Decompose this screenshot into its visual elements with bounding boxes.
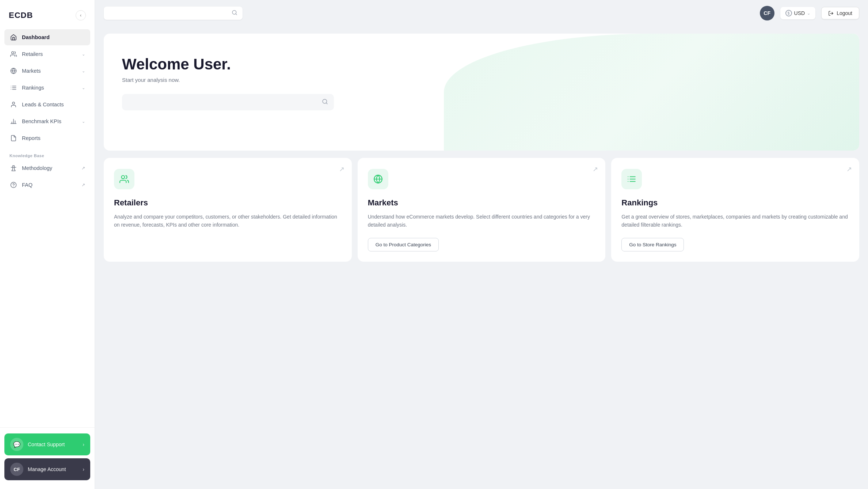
chevron-down-icon: ⌄ (82, 86, 85, 90)
svg-point-9 (12, 102, 15, 104)
globe-icon (9, 67, 18, 75)
sidebar-item-leads-contacts[interactable]: Leads & Contacts (4, 96, 90, 113)
external-link-icon: ↗ (81, 166, 85, 171)
file-icon (9, 134, 18, 142)
home-icon (9, 33, 18, 41)
svg-point-0 (12, 52, 14, 54)
svg-line-21 (326, 103, 327, 104)
sidebar-item-leads-contacts-label: Leads & Contacts (22, 102, 64, 107)
sidebar-item-markets-label: Markets (22, 68, 41, 74)
rankings-card-title: Rankings (621, 198, 849, 208)
hero-search-bar (122, 94, 334, 110)
retailers-card-icon (119, 174, 129, 184)
markets-card: ↗ Markets Understand how eCommerce marke… (358, 158, 606, 262)
logo-text: ECDB (9, 11, 33, 20)
card-icon-wrap (368, 169, 388, 189)
sidebar-item-methodology[interactable]: Methodology ↗ (4, 160, 90, 176)
contact-support-button[interactable]: 💬 Contact Support › (4, 433, 90, 455)
sidebar-item-reports-label: Reports (22, 135, 41, 141)
sidebar-item-dashboard-label: Dashboard (22, 34, 50, 40)
external-link-icon[interactable]: ↗ (339, 165, 344, 173)
bar-chart-icon (9, 117, 18, 125)
manage-account-button[interactable]: CF Manage Account › (4, 458, 90, 480)
hero-subtitle: Start your analysis now. (122, 77, 841, 83)
sidebar-bottom: 💬 Contact Support › CF Manage Account › (0, 427, 95, 489)
chevron-down-icon: ⌄ (82, 52, 85, 57)
users-icon (9, 50, 18, 58)
logout-button[interactable]: Logout (821, 7, 859, 19)
currency-label: USD (794, 10, 805, 16)
sidebar-item-faq-label: FAQ (22, 182, 33, 188)
sidebar: ECDB ‹ Dashboard Retailers ⌄ (0, 0, 95, 489)
sidebar-item-retailers-label: Retailers (22, 51, 43, 57)
markets-card-desc: Understand how eCommerce markets develop… (368, 213, 595, 229)
sidebar-item-dashboard[interactable]: Dashboard (4, 29, 90, 45)
external-link-icon[interactable]: ↗ (846, 165, 852, 173)
hero-search-input[interactable] (122, 94, 334, 110)
sidebar-item-markets[interactable]: Markets ⌄ (4, 63, 90, 79)
sidebar-item-reports[interactable]: Reports (4, 130, 90, 146)
sidebar-nav: Dashboard Retailers ⌄ Markets ⌄ (0, 29, 95, 427)
currency-selector[interactable]: $ USD ⌄ (780, 7, 816, 19)
hero-banner: Welcome User. Start your analysis now. (104, 34, 859, 151)
go-to-product-categories-button[interactable]: Go to Product Categories (368, 238, 439, 251)
chevron-down-icon: ⌄ (807, 11, 810, 16)
markets-card-title: Markets (368, 198, 595, 208)
user-initials-icon: CF (10, 463, 23, 476)
flask-icon (9, 164, 18, 172)
header-search-bar (104, 7, 243, 20)
markets-card-icon (373, 174, 383, 184)
retailers-card: ↗ Retailers Analyze and compare your com… (104, 158, 352, 262)
contact-support-label: Contact Support (28, 441, 65, 447)
avatar[interactable]: CF (760, 6, 774, 20)
external-link-icon: ↗ (81, 182, 85, 187)
header-search-input[interactable] (104, 7, 243, 20)
external-link-icon[interactable]: ↗ (593, 165, 598, 173)
sidebar-item-faq[interactable]: FAQ ↗ (4, 177, 90, 193)
sidebar-item-methodology-label: Methodology (22, 165, 52, 171)
main-area: CF $ USD ⌄ Logout Welcome User. Start yo… (95, 0, 868, 489)
chat-icon: 💬 (10, 438, 23, 451)
logout-label: Logout (837, 10, 852, 16)
dollar-icon: $ (785, 10, 792, 16)
go-to-store-rankings-button[interactable]: Go to Store Rankings (621, 238, 684, 251)
rankings-card: ↗ Rankings Get a great overview of store… (611, 158, 859, 262)
sidebar-item-rankings-label: Rankings (22, 85, 44, 91)
search-icon (322, 98, 328, 106)
rankings-icon (9, 84, 18, 92)
svg-point-22 (121, 175, 125, 179)
retailers-card-title: Retailers (114, 198, 342, 208)
main-content: Welcome User. Start your analysis now. ↗ (95, 26, 868, 489)
card-icon-wrap (114, 169, 134, 189)
svg-line-18 (236, 14, 237, 15)
knowledge-base-label: Knowledge Base (4, 147, 90, 160)
retailers-card-desc: Analyze and compare your competitors, cu… (114, 213, 342, 229)
manage-account-label: Manage Account (28, 466, 66, 472)
chevron-down-icon: ⌄ (82, 119, 85, 124)
arrow-right-icon: › (83, 466, 84, 472)
logo: ECDB (9, 11, 33, 20)
sidebar-item-retailers[interactable]: Retailers ⌄ (4, 46, 90, 62)
header: CF $ USD ⌄ Logout (95, 0, 868, 26)
sidebar-item-benchmark-kpis-label: Benchmark KPIs (22, 118, 61, 124)
search-icon (232, 10, 237, 17)
arrow-right-icon: › (83, 441, 84, 447)
help-icon (9, 181, 18, 189)
contact-icon (9, 101, 18, 109)
rankings-card-icon (627, 174, 636, 184)
hero-title: Welcome User. (122, 56, 841, 73)
cards-row: ↗ Retailers Analyze and compare your com… (104, 158, 859, 262)
sidebar-logo-area: ECDB ‹ (0, 0, 95, 29)
rankings-card-desc: Get a great overview of stores, marketpl… (621, 213, 849, 229)
card-icon-wrap (621, 169, 642, 189)
sidebar-item-benchmark-kpis[interactable]: Benchmark KPIs ⌄ (4, 113, 90, 129)
chevron-down-icon: ⌄ (82, 69, 85, 73)
sidebar-toggle-button[interactable]: ‹ (76, 10, 86, 20)
hero-content: Welcome User. Start your analysis now. (122, 56, 841, 110)
sidebar-item-rankings[interactable]: Rankings ⌄ (4, 80, 90, 96)
logout-icon (828, 11, 834, 16)
